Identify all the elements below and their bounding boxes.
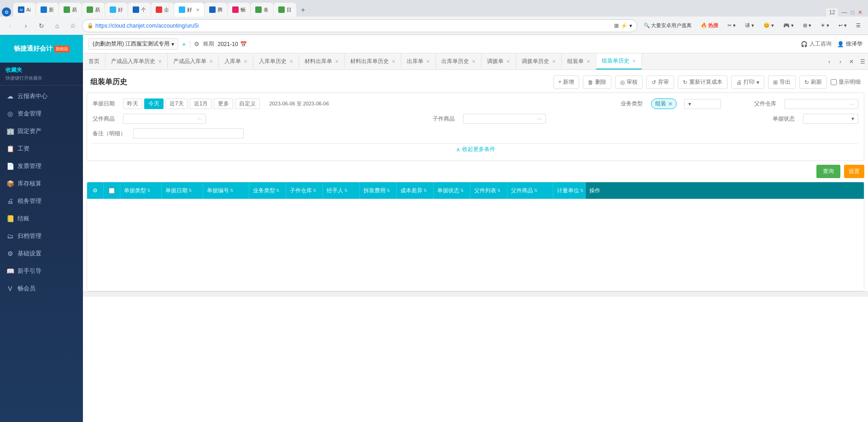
nav-tab-in[interactable]: 入库单 ✕ [219,54,253,69]
sidebar-item-tax[interactable]: 🖨 税务管理 [0,192,83,210]
new-button[interactable]: + 新增 [553,75,579,89]
more-date-button[interactable]: 更多 [214,98,233,109]
col-order-type[interactable]: 单据类型 ⇅ [120,182,162,199]
sidebar-item-vip[interactable]: V 畅会员 [0,280,83,297]
week-button[interactable]: 近7天 [165,98,188,109]
tab-close-icon[interactable]: ✕ [426,59,430,64]
tab-close-icon[interactable]: ✕ [632,58,636,64]
maximize-icon[interactable]: □ [851,9,854,16]
col-parent-list[interactable]: 父件列表 ⇅ [470,182,507,199]
close-all-button[interactable]: ✕ [846,54,857,69]
forward-button[interactable]: › [19,19,32,32]
tab-close-icon[interactable]: ✕ [586,59,590,64]
tab-close-icon[interactable]: ✕ [335,59,339,64]
tab-close-icon[interactable]: ✕ [209,59,213,64]
close-icon[interactable]: ✕ [858,9,862,16]
company-selector[interactable]: (勿删勿禁用) 江西服宝测试专用 ▾ [88,38,178,50]
refresh-button[interactable]: ↻ 刷新 [799,75,827,89]
nav-tab-assembly[interactable]: 组装单 ✕ [562,54,596,69]
tab-ge2[interactable]: 各 [251,3,273,17]
delete-button[interactable]: 🗑 删除 [583,75,611,89]
col-disassembly-cost[interactable]: 拆装费用 ⇅ [360,182,397,199]
tab-close-icon[interactable]: ✕ [472,59,475,64]
tabs-more-button[interactable]: ☰ [857,54,868,69]
sidebar-item-guide[interactable]: 📖 新手引导 [0,262,83,280]
notes-input[interactable] [133,128,244,139]
tab-yi2[interactable]: 易 [82,3,105,17]
sidebar-item-settings[interactable]: ⚙ 基础设置 [0,245,83,262]
tab-teng[interactable]: 腾 [205,3,227,17]
address-dropdown-icon[interactable]: ▾ [629,23,632,29]
sidebar-favorites[interactable]: 收藏夹 快捷键打开收藏夹 [0,63,83,86]
emoji-action[interactable]: 😊 ▾ [760,21,778,30]
sidebar-item-invoice[interactable]: 📄 发票管理 [0,157,83,175]
search-action[interactable]: 🔍大量安卓用户逃离 [640,20,695,31]
child-goods-input[interactable]: ··· [463,114,546,124]
grid-action[interactable]: ⊞ ▾ [799,21,815,30]
scissors-action[interactable]: ✂ ▾ [724,21,739,30]
tab-chang[interactable]: 畅 [228,3,250,17]
minimize-icon[interactable]: — [842,9,847,16]
sun-action[interactable]: ☀ ▾ [817,21,833,30]
business-type-dropdown[interactable]: ▾ [684,99,721,109]
tab-close-icon[interactable]: ✕ [244,59,247,64]
undo-action[interactable]: ↩ ▾ [835,21,850,30]
collapse-button[interactable]: ∧ 收起更多条件 [93,143,858,155]
nav-tab-product-in[interactable]: 产成品入库单 ✕ [168,54,219,69]
col-cost-diff[interactable]: 成本差异 ⇅ [397,182,434,199]
parent-goods-input[interactable]: ··· [123,114,206,124]
user-info[interactable]: 👤 徐泽华 [837,40,862,48]
tab-close-icon[interactable]: ✕ [506,59,510,64]
business-type-tag-close[interactable]: ✕ [668,101,673,107]
parent-warehouse-dropdown[interactable]: ··· [785,99,858,109]
scroll-left-button[interactable]: ‹ [824,54,835,69]
tab-close-icon[interactable]: ✕ [158,59,162,64]
address-bar[interactable]: 🔒 https://cloud.chanjet.com/accounting/u… [82,19,637,32]
today-button[interactable]: 今天 [144,98,164,109]
col-order-status[interactable]: 单据状态 ⇅ [434,182,470,199]
nav-tab-transfer-history[interactable]: 调拨单历史 ✕ [516,54,562,69]
order-status-dropdown[interactable]: ▾ [803,114,858,124]
show-detail-checkbox-container[interactable]: 显示明细 [831,78,861,86]
tab-add-button[interactable]: + [297,4,310,17]
table-select-all[interactable] [104,182,120,199]
nav-tab-home[interactable]: 首页 [83,54,106,69]
col-handler[interactable]: 经手人 ⇅ [323,182,360,199]
tab-qi[interactable]: 企 [151,3,174,17]
horizontal-scrollbar[interactable] [83,291,868,297]
col-parent-goods[interactable]: 父件商品 ⇅ [507,182,553,199]
print-button[interactable]: 🖨 打印 ▾ [731,75,764,89]
home-button[interactable]: ⌂ [51,19,64,32]
yesterday-button[interactable]: 昨天 [123,98,142,109]
nav-tab-material-out[interactable]: 材料出库单 ✕ [299,54,345,69]
col-order-no[interactable]: 单据编号 ⇅ [203,182,249,199]
tab-new1[interactable]: 新 [36,3,59,17]
review-button[interactable]: ◎ 审核 [615,75,643,89]
col-child-warehouse[interactable]: 子件仓库 ⇅ [286,182,323,199]
sidebar-item-fixed-assets[interactable]: 🏢 固定资产 [0,122,83,140]
nav-tab-product-in-history[interactable]: 产成品入库单历史 ✕ [106,54,168,69]
abandon-button[interactable]: ↺ 弃审 [646,75,674,89]
sidebar-item-archive[interactable]: 🗂 归档管理 [0,227,83,245]
tab-close-icon[interactable]: ✕ [392,59,395,64]
menu-action[interactable]: ☰ [852,21,864,30]
tab-ai[interactable]: Ai Ai [13,3,35,17]
show-detail-checkbox[interactable] [831,79,837,85]
tab-close-icon[interactable]: ✕ [196,7,199,12]
col-business-type[interactable]: 业务类型 ⇅ [249,182,286,199]
tab-hao2[interactable]: 好 ✕ [174,3,204,17]
translate-action[interactable]: 译 ▾ [741,20,758,31]
game-action[interactable]: 🎮 ▾ [780,21,798,30]
nav-tab-transfer[interactable]: 调拨单 ✕ [481,54,516,69]
reload-button[interactable]: ↻ [35,19,48,32]
col-order-date[interactable]: 单据日期 ⇅ [162,182,203,199]
recalculate-button[interactable]: ↻ 重新计算成本 [678,75,727,89]
tab-hao1[interactable]: 好 [105,3,128,17]
nav-tab-assembly-history[interactable]: 组装单历史 ✕ [596,53,642,69]
nav-tab-out[interactable]: 出库单 ✕ [401,54,436,69]
sidebar-item-cloud-reports[interactable]: ☁ 云报表中心 [0,87,83,105]
sidebar-item-capital[interactable]: ◎ 资金管理 [0,105,83,122]
tab-close-icon[interactable]: ✕ [289,59,293,64]
col-unit[interactable]: 计量单位 ⇅ [553,182,586,199]
sidebar-item-inventory[interactable]: 📦 库存核算 [0,175,83,192]
